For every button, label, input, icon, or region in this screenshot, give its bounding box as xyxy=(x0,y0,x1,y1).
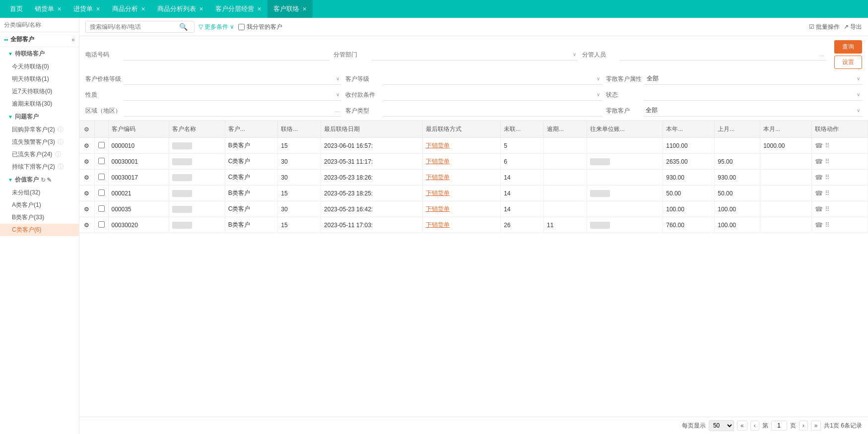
row-check[interactable] xyxy=(94,154,108,170)
sidebar-ungrouped[interactable]: 未分组(32) xyxy=(0,186,79,199)
query-button[interactable]: 查询 xyxy=(834,40,862,54)
filter-phone-field: 电话号码 xyxy=(85,49,330,61)
export-btn[interactable]: ↗ 导出 xyxy=(844,23,862,31)
row-code: 00030020 xyxy=(108,217,169,233)
sidebar-search-input[interactable] xyxy=(4,21,78,28)
type-select[interactable] xyxy=(383,105,601,117)
phone-action-icon[interactable]: ☎ xyxy=(815,142,823,149)
phone-input[interactable] xyxy=(123,49,330,61)
page-number-input[interactable] xyxy=(771,421,787,431)
phone-action-icon[interactable]: ☎ xyxy=(815,205,823,213)
row-check[interactable] xyxy=(94,138,108,154)
sidebar-declining[interactable]: 持续下滑客户(2) ⓘ xyxy=(0,161,79,173)
edit-icon[interactable]: ✎ xyxy=(47,177,52,184)
row-year: 1100.00 xyxy=(663,138,715,154)
more-action-icon[interactable]: ⠿ xyxy=(825,158,830,165)
search-input[interactable] xyxy=(90,23,179,30)
row-contact: 15 xyxy=(278,138,321,154)
more-action-icon[interactable]: ⠿ xyxy=(825,221,830,229)
phone-action-icon[interactable]: ☎ xyxy=(815,189,823,197)
row-last-method[interactable]: 下销货单 xyxy=(423,201,501,217)
close-ct-icon[interactable]: ✕ xyxy=(257,6,262,12)
my-customers-checkbox[interactable] xyxy=(238,24,245,30)
col-gear[interactable]: ⚙ xyxy=(79,121,94,138)
more-action-icon[interactable]: ⠿ xyxy=(825,205,830,213)
search-submit-icon[interactable]: 🔍 xyxy=(179,23,188,31)
sidebar-problem-group[interactable]: ▼ 问题客户 xyxy=(0,110,79,124)
table-wrapper: ⚙ 客户编码 客户名称 客户... 联络... 最后联络日期 最后联络方式 未联… xyxy=(79,121,868,417)
sidebar-pending-group[interactable]: ▼ 待联络客户 xyxy=(0,47,79,61)
table-row: ⚙ 00030001 C类客户 30 2023-05-31 11:17: 下销货… xyxy=(79,154,868,170)
sidebar-all-customers[interactable]: ▪▪ 全部客户 « xyxy=(0,32,79,47)
nav-purchase[interactable]: 进货单 ✕ xyxy=(67,0,106,18)
close-purchase-icon[interactable]: ✕ xyxy=(96,6,100,12)
refresh-icon[interactable]: ↻ xyxy=(41,177,46,184)
filter-row-4: 区域（地区） … 客户类型 零散客户 全部 ∨ xyxy=(85,105,862,117)
row-last-method[interactable]: 下销货单 xyxy=(423,154,501,170)
grade-select[interactable]: ∨ xyxy=(124,73,341,85)
nav-sales[interactable]: 销货单 ✕ xyxy=(29,0,67,18)
nav-product-analysis[interactable]: 商品分析 ✕ xyxy=(106,0,151,18)
phone-action-icon[interactable]: ☎ xyxy=(815,158,823,165)
retail-chev-icon: ∨ xyxy=(857,108,860,113)
first-page-btn[interactable]: « xyxy=(737,421,747,431)
close-sales-icon[interactable]: ✕ xyxy=(57,6,62,12)
close-pa-icon[interactable]: ✕ xyxy=(141,6,145,12)
level-select[interactable]: ∨ xyxy=(383,73,601,85)
nav-product-list[interactable]: 商品分析列表 ✕ xyxy=(151,0,209,18)
row-last-method[interactable]: 下销货单 xyxy=(423,186,501,201)
sidebar-today-pending[interactable]: 今天待联络(0) xyxy=(0,61,79,73)
row-check[interactable] xyxy=(94,217,108,233)
sidebar-churned[interactable]: 已流失客户(24) ⓘ xyxy=(0,148,79,161)
payment-select[interactable]: ∨ xyxy=(383,89,601,101)
retail-select[interactable]: 全部 ∨ xyxy=(644,105,862,117)
phone-action-icon[interactable]: ☎ xyxy=(815,174,823,181)
row-gear[interactable]: ⚙ xyxy=(79,154,94,170)
retail-attr-select[interactable]: 全部 ∨ xyxy=(645,73,862,85)
row-check[interactable] xyxy=(94,170,108,186)
batch-op-btn[interactable]: ☑ 批量操作 xyxy=(809,23,840,31)
row-last-method[interactable]: 下销货单 xyxy=(423,217,501,233)
close-pl-icon[interactable]: ✕ xyxy=(199,6,203,12)
sidebar-class-a[interactable]: A类客户(1) xyxy=(0,199,79,211)
top-actions: ☑ 批量操作 ↗ 导出 xyxy=(809,23,862,31)
row-gear[interactable]: ⚙ xyxy=(79,138,94,154)
nav-home[interactable]: 首页 xyxy=(4,0,29,18)
last-page-btn[interactable]: » xyxy=(811,421,821,431)
row-gear[interactable]: ⚙ xyxy=(79,217,94,233)
phone-action-icon[interactable]: ☎ xyxy=(815,221,823,229)
region-select[interactable]: … xyxy=(124,105,341,117)
manager-select[interactable]: … xyxy=(620,49,826,61)
page-size-select[interactable]: 50 100 200 xyxy=(709,420,734,431)
sidebar-churn-warning[interactable]: 流失预警客户(3) ⓘ xyxy=(0,136,79,148)
sidebar-7day-pending[interactable]: 近7天待联络(0) xyxy=(0,85,79,98)
row-last-method[interactable]: 下销货单 xyxy=(423,138,501,154)
more-action-icon[interactable]: ⠿ xyxy=(825,142,830,149)
sidebar-overdue-pending[interactable]: 逾期未联络(30) xyxy=(0,98,79,110)
sidebar-class-b[interactable]: B类客户(33) xyxy=(0,211,79,224)
more-action-icon[interactable]: ⠿ xyxy=(825,189,830,197)
sidebar-value-group[interactable]: ▼ 价值客户 ↻ ✎ xyxy=(0,173,79,186)
settings-button[interactable]: 设置 xyxy=(834,56,862,69)
row-check[interactable] xyxy=(94,186,108,201)
row-account xyxy=(587,217,663,233)
status-select[interactable]: ∨ xyxy=(644,89,862,101)
sidebar-tomorrow-pending[interactable]: 明天待联络(1) xyxy=(0,73,79,85)
row-gear[interactable]: ⚙ xyxy=(79,201,94,217)
row-contact: 15 xyxy=(278,217,321,233)
row-gear[interactable]: ⚙ xyxy=(79,186,94,201)
sidebar-class-c[interactable]: C类客户(6) xyxy=(0,224,79,236)
nav-customer-contact[interactable]: 客户联络 ✕ xyxy=(267,0,313,18)
more-filter-btn[interactable]: ▽ 更多条件 ∨ xyxy=(199,23,234,31)
sidebar-repurchase-abnormal[interactable]: 回购异常客户(2) ⓘ xyxy=(0,124,79,136)
next-page-btn[interactable]: › xyxy=(799,421,808,431)
close-cc-icon[interactable]: ✕ xyxy=(302,6,307,12)
nature-select[interactable]: ∨ xyxy=(123,89,341,101)
nav-customer-tier[interactable]: 客户分层经营 ✕ xyxy=(209,0,267,18)
more-action-icon[interactable]: ⠿ xyxy=(825,174,830,181)
dept-select[interactable]: ∨ xyxy=(371,49,578,61)
row-gear[interactable]: ⚙ xyxy=(79,170,94,186)
prev-page-btn[interactable]: ‹ xyxy=(750,421,759,431)
row-check[interactable] xyxy=(94,201,108,217)
row-last-method[interactable]: 下销货单 xyxy=(423,170,501,186)
